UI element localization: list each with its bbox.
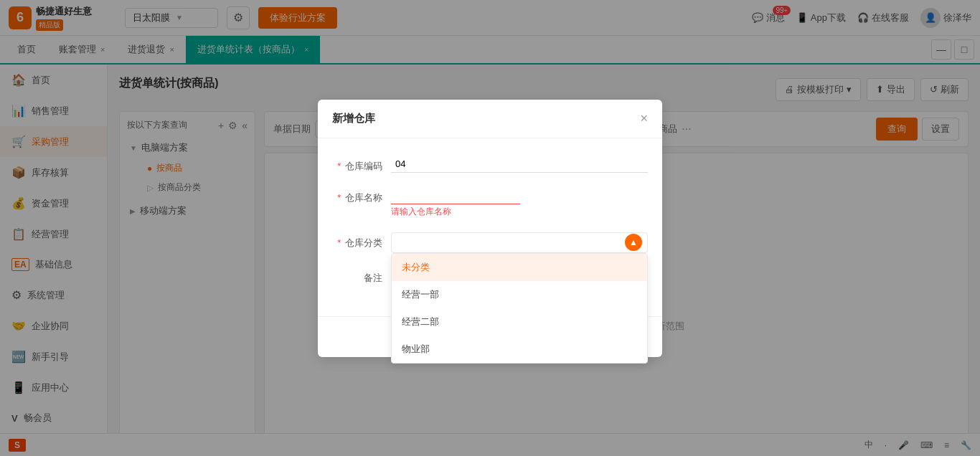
warehouse-name-input-row: * 仓库名称 [332,187,520,204]
warehouse-code-label: * 仓库编码 [332,156,382,173]
modal-overlay: 新增仓库 × * 仓库编码 * 仓库名称 [0,0,980,456]
new-warehouse-dialog: 新增仓库 × * 仓库编码 * 仓库名称 [318,100,662,357]
warehouse-category-input[interactable] [391,232,648,253]
dialog-body: * 仓库编码 * 仓库名称 请输入仓库名称 [318,138,662,316]
dialog-header: 新增仓库 × [318,100,662,138]
notes-label: 备注 [332,267,382,285]
dialog-close-icon[interactable]: × [640,111,648,126]
category-dropdown-icon[interactable]: ▲ [625,234,642,251]
dropdown-item-dept2[interactable]: 经营二部 [392,308,647,336]
warehouse-category-label: * 仓库分类 [332,232,382,250]
dialog-title: 新增仓库 [332,112,375,125]
dropdown-item-uncategorized[interactable]: 未分类 [392,254,647,281]
category-dropdown-list: 未分类 经营一部 经营二部 物业部 [391,253,648,364]
warehouse-category-select-wrap: ▲ 未分类 经营一部 经营二部 物业部 [391,232,648,253]
warehouse-name-input[interactable] [391,187,520,204]
warehouse-name-row: * 仓库名称 请输入仓库名称 [332,187,648,218]
warehouse-name-label: * 仓库名称 [332,187,382,204]
warehouse-code-row: * 仓库编码 [332,156,648,173]
dropdown-item-property[interactable]: 物业部 [392,336,647,363]
warehouse-category-row: * 仓库分类 ▲ 未分类 经营一部 经营二部 物业部 [332,232,648,253]
warehouse-code-input[interactable] [391,156,648,173]
warehouse-name-error: 请输入仓库名称 [391,206,451,218]
dropdown-item-dept1[interactable]: 经营一部 [392,281,647,308]
